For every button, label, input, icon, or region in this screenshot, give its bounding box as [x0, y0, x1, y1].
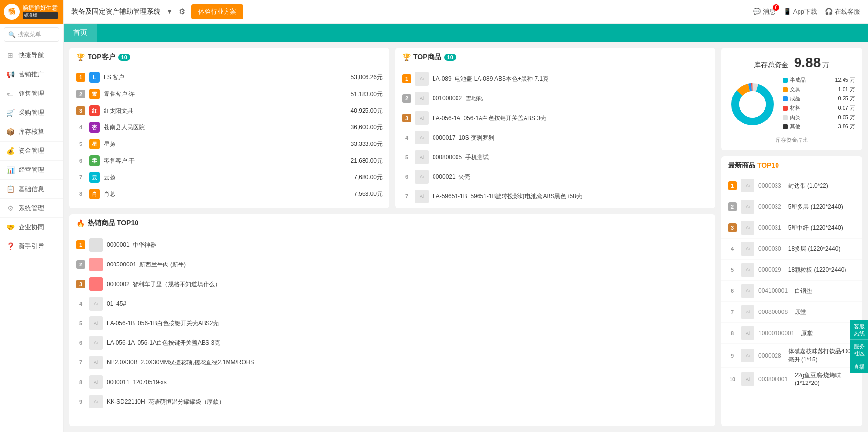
trial-button[interactable]: 体验行业方案	[191, 4, 243, 19]
latest-product-name: 18颗粒板 (1220*2440)	[788, 266, 846, 274]
guide-icon: ❓	[6, 242, 15, 251]
system-dropdown-button[interactable]: ▼	[166, 8, 173, 15]
hot-product-item[interactable]: 3 0000002 智利车子里（规格不知道填什么）	[69, 274, 715, 294]
hot-product-item[interactable]: 1 0000001 中华神器	[69, 235, 715, 255]
app-download-button[interactable]: 📱 App下载	[783, 7, 817, 16]
latest-product-code: 0000033	[758, 182, 781, 189]
latest-product-item[interactable]: 7 Ai 000800008 原堂	[721, 302, 862, 323]
sidebar-item-finance[interactable]: 💰 资金管理	[0, 142, 63, 161]
latest-product-img: Ai	[741, 284, 754, 298]
sidebar-search-area[interactable]: 🔍 搜索菜单	[0, 24, 63, 46]
latest-product-item[interactable]: 5 Ai 0000029 18颗粒板 (1220*2440)	[721, 260, 862, 281]
legend-value: 12.45 万	[835, 76, 855, 84]
latest-product-name: 原堂	[795, 308, 806, 316]
latest-product-img: Ai	[741, 305, 754, 319]
rank-num: 8	[76, 190, 85, 198]
basic-info-icon: 📋	[6, 185, 15, 193]
legend-item: 其他 -3.86 万	[783, 123, 855, 130]
latest-product-item[interactable]: 1 Ai 0000033 封边带 (1.0*22)	[721, 175, 862, 196]
latest-product-item[interactable]: 4 Ai 0000030 18多层 (1220*2440)	[721, 239, 862, 260]
finance-label: 资金管理	[19, 146, 44, 155]
customer-rank-item[interactable]: 7 云 云扬 7,680.00元	[69, 169, 389, 186]
customer-rank-item[interactable]: 4 杏 苍南县人民医院 36,600.00元	[69, 119, 389, 136]
hot-product-item[interactable]: 9 Ai KK-SD22110H 花语萌恒温分罐罐袋（厚款）	[69, 392, 715, 411]
customer-rank-item[interactable]: 6 零 零售客户·于 21,680.00元	[69, 152, 389, 169]
float-btn-live[interactable]: 直播	[850, 360, 868, 373]
content-left: 🏆 TOP客户 10 1 L LS 客户 53,006.26元 2 零 零售客户…	[64, 42, 721, 432]
latest-product-item[interactable]: 10 Ai 003800001 22g鱼豆腐·烧烤味 (1*12*20)	[721, 368, 862, 390]
product-rank-item[interactable]: 5 Ai 000800005 手机测试	[395, 147, 715, 167]
sidebar-item-quick-nav[interactable]: ⊞ 快捷导航	[0, 46, 63, 65]
customer-rank-item[interactable]: 5 星 星扬 33,333.00元	[69, 136, 389, 152]
product-rank-item[interactable]: 4 Ai 0000017 10S 变刹罗刹	[395, 128, 715, 147]
latest-product-name: 22g鱼豆腐·烧烤味 (1*12*20)	[795, 371, 855, 386]
legend-dot	[783, 106, 788, 111]
sidebar-item-operations[interactable]: 📊 经营管理	[0, 161, 63, 180]
customer-rank-item[interactable]: 8 肖 肖总 7,563.00元	[69, 186, 389, 202]
legend-label: 成品	[790, 95, 836, 102]
sidebar-item-basic-info[interactable]: 📋 基础信息	[0, 180, 63, 199]
content-area: 🏆 TOP客户 10 1 L LS 客户 53,006.26元 2 零 零售客户…	[64, 42, 868, 432]
latest-product-img: Ai	[741, 221, 754, 235]
product-thumbnail: Ai	[415, 190, 429, 203]
latest-product-code: 004100001	[758, 288, 788, 294]
sidebar-item-sales[interactable]: 🏷 销售管理	[0, 84, 63, 103]
sidebar-item-guide[interactable]: ❓ 新手引导	[0, 237, 63, 256]
sidebar-item-marketing[interactable]: 📢 营销推广	[0, 65, 63, 84]
sidebar-item-purchase[interactable]: 🛒 采购管理	[0, 103, 63, 122]
latest-product-item[interactable]: 3 Ai 0000031 5厘中纤 (1220*2440)	[721, 217, 862, 239]
sidebar-item-inventory[interactable]: 📦 库存核算	[0, 122, 63, 142]
hot-product-item[interactable]: 8 Ai 0000011 12070519-xs	[69, 372, 715, 392]
latest-product-item[interactable]: 6 Ai 004100001 白钢垫	[721, 281, 862, 302]
rank-num: 1	[76, 240, 85, 249]
product-name: LA-089 电池盖 LA-089 ABS本色+黑种 7.1克	[433, 75, 708, 83]
hot-product-item[interactable]: 6 Ai LA-056-1A 056-1A白色按键开关盖ABS 3克	[69, 333, 715, 353]
latest-product-item[interactable]: 9 Ai 0000028 体碱嘉枝味苏打饮品400毫升 (1*15)	[721, 344, 862, 368]
latest-product-img: Ai	[741, 372, 754, 386]
hot-product-img	[89, 238, 103, 252]
rank-avatar: 红	[89, 105, 100, 116]
svg-point-5	[739, 91, 766, 118]
customer-rank-item[interactable]: 2 零 零售客户·许 51,183.00元	[69, 86, 389, 102]
rank-num: 2	[76, 260, 85, 269]
message-icon: 💬	[753, 8, 761, 15]
product-rank-item[interactable]: 6 Ai 0000021 夹壳	[395, 167, 715, 187]
rank-avatar: 杏	[89, 122, 100, 133]
online-service-button[interactable]: 🎧 在线客服	[825, 7, 860, 16]
latest-product-code: 000800008	[758, 309, 788, 315]
hot-product-item[interactable]: 5 Ai LA-056-1B 056-1B白色按键开关壳ABS2壳	[69, 313, 715, 333]
product-rank-item[interactable]: 2 Ai 001000002 雪地靴	[395, 89, 715, 108]
hot-product-item[interactable]: 4 Ai 01 45#	[69, 294, 715, 313]
purchase-label: 采购管理	[19, 108, 44, 117]
sidebar-item-enterprise[interactable]: 🤝 企业协同	[0, 218, 63, 237]
rank-num: 5	[76, 319, 85, 328]
quick-nav-icon: ⊞	[6, 51, 15, 60]
message-button[interactable]: 💬 消息 6	[753, 7, 776, 16]
float-btn-service[interactable]: 客服热线	[850, 320, 868, 340]
product-rank-item[interactable]: 7 Ai LA-59651-1B 59651-1B旋转投影灯电池盒ABS黑色+5…	[395, 187, 715, 206]
search-menu-button[interactable]: 🔍 搜索菜单	[4, 27, 59, 42]
latest-product-item[interactable]: 8 Ai 10000100001 原堂	[721, 323, 862, 344]
app-download-label: App下载	[793, 7, 817, 16]
hot-product-name: NB2.0X30B 2.0X30MM双搓花轴,搓花直径2.1MM/ROHS	[107, 359, 708, 367]
customer-rank-item[interactable]: 3 红 红太阳文具 40,925.00元	[69, 102, 389, 119]
customer-rank-item[interactable]: 1 L LS 客户 53,006.26元	[69, 69, 389, 86]
product-rank-item[interactable]: 1 Ai LA-089 电池盖 LA-089 ABS本色+黑种 7.1克	[395, 69, 715, 89]
legend-label: 其他	[790, 123, 834, 130]
app-icon: 📱	[783, 8, 791, 15]
tab-home[interactable]: 首页	[64, 24, 97, 42]
latest-product-img: Ai	[741, 326, 754, 340]
latest-product-name: 封边带 (1.0*22)	[788, 182, 828, 190]
top-products-header: 🏆 TOP商品 10	[395, 48, 715, 67]
product-rank-item[interactable]: 3 Ai LA-056-1A 056-1A白色按键开关盖ABS 3壳	[395, 108, 715, 128]
float-btn-community[interactable]: 服务社区	[850, 340, 868, 360]
rank-amount: 21,680.00元	[351, 157, 383, 165]
latest-product-item[interactable]: 2 Ai 0000032 5厘多层 (1220*2440)	[721, 196, 862, 217]
settings-button[interactable]: ⚙	[179, 7, 185, 16]
hot-product-img: Ai	[89, 395, 103, 408]
inventory-unit: 万	[822, 61, 829, 69]
hot-product-item[interactable]: 2 000500001 新西兰牛肉 (新牛)	[69, 255, 715, 274]
sidebar-item-system[interactable]: ⚙ 系统管理	[0, 199, 63, 218]
rank-num: 6	[402, 172, 411, 181]
hot-product-item[interactable]: 7 Ai NB2.0X30B 2.0X30MM双搓花轴,搓花直径2.1MM/RO…	[69, 353, 715, 372]
